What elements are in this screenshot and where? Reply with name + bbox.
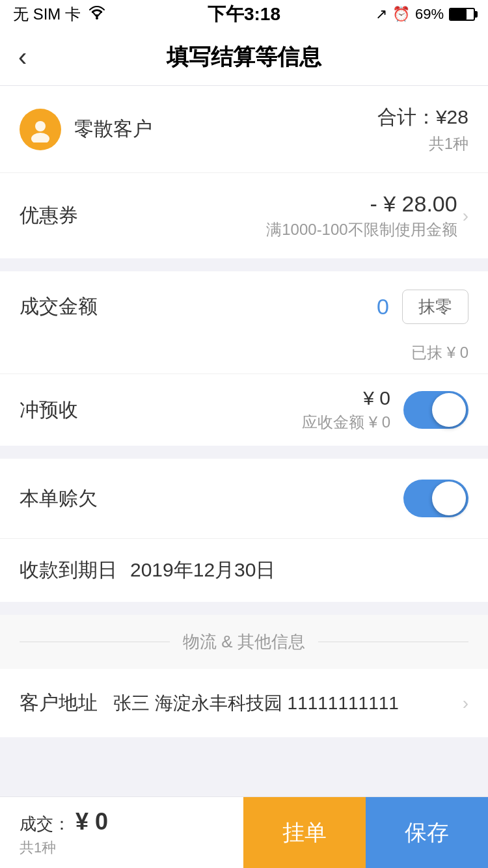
logistics-header: 物流 & 其他信息 (0, 615, 488, 669)
debit-section: 本单赊欠 收款到期日 2019年12月30日 (0, 459, 488, 602)
deal-section: 成交金额 0 抹零 已抹 ¥ 0 冲预收 ¥ 0 应收金额 ¥ 0 (0, 271, 488, 446)
back-button[interactable]: ‹ (18, 42, 27, 72)
coupon-label: 优惠券 (20, 202, 78, 229)
customer-section: 零散客户 合计：¥28 共1种 优惠券 - ¥ 28.00 满1000-100不… (0, 86, 488, 258)
due-date-value: 2019年12月30日 (130, 557, 275, 584)
coupon-row[interactable]: 优惠券 - ¥ 28.00 满1000-100不限制使用金额 › (0, 172, 488, 258)
coupon-right: - ¥ 28.00 满1000-100不限制使用金额 › (266, 191, 468, 240)
debit-label: 本单赊欠 (20, 485, 98, 512)
save-button[interactable]: 保存 (366, 797, 488, 868)
customer-name: 零散客户 (74, 116, 152, 142)
bottom-deal-amount: ¥ 0 (75, 808, 108, 835)
logistics-section: 物流 & 其他信息 客户地址 张三 海淀永丰科技园 11111111111 › (0, 615, 488, 737)
flush-main-amount: ¥ 0 (302, 387, 390, 409)
flush-label: 冲预收 (20, 397, 78, 424)
due-date-label: 收款到期日 (20, 557, 117, 584)
bottom-deal-label: 成交： (20, 813, 70, 835)
logistics-divider-left (20, 642, 170, 642)
logistics-divider-right (318, 642, 468, 642)
alarm-icon: ⏰ (392, 6, 410, 23)
hold-button[interactable]: 挂单 (243, 797, 366, 868)
deal-sub-text: 已抹 ¥ 0 (0, 342, 488, 373)
location-icon: ↗ (375, 6, 387, 23)
status-time: 下午3:18 (208, 2, 280, 27)
deal-right: 0 抹零 (377, 290, 468, 324)
svg-point-0 (96, 17, 98, 20)
bottom-bar: 成交： ¥ 0 共1种 挂单 保存 (0, 796, 488, 868)
customer-row: 零散客户 合计：¥28 共1种 (0, 86, 488, 172)
battery-text: 69% (415, 6, 444, 23)
total-count: 共1种 (377, 133, 468, 154)
status-bar: 无 SIM 卡 下午3:18 ↗ ⏰ 69% (0, 0, 488, 29)
customer-avatar (20, 109, 61, 150)
total-price: 合计：¥28 (377, 104, 468, 131)
address-row[interactable]: 客户地址 张三 海淀永丰科技园 11111111111 › (0, 669, 488, 737)
deal-label: 成交金额 (20, 293, 98, 320)
flush-row: 冲预收 ¥ 0 应收金额 ¥ 0 (0, 373, 488, 446)
round-button[interactable]: 抹零 (402, 290, 468, 324)
debit-row: 本单赊欠 (0, 459, 488, 538)
debit-toggle-knob (432, 481, 466, 515)
svg-point-1 (35, 121, 46, 131)
customer-left: 零散客户 (20, 109, 152, 150)
nav-title: 填写结算等信息 (167, 42, 321, 72)
deal-amount: 0 (377, 294, 389, 319)
nav-bar: ‹ 填写结算等信息 (0, 29, 488, 86)
battery-icon (449, 8, 475, 21)
address-value: 张三 海淀永丰科技园 11111111111 (113, 691, 463, 716)
flush-sub-amount: 应收金额 ¥ 0 (302, 412, 390, 433)
coupon-desc: 满1000-100不限制使用金额 (266, 219, 457, 240)
status-left: 无 SIM 卡 (13, 4, 107, 25)
address-label: 客户地址 (20, 690, 98, 716)
address-chevron-icon: › (463, 693, 468, 714)
flush-toggle[interactable] (403, 391, 468, 429)
coupon-amount: - ¥ 28.00 (266, 191, 457, 217)
flush-amounts: ¥ 0 应收金额 ¥ 0 (302, 387, 390, 433)
logistics-title: 物流 & 其他信息 (170, 631, 318, 653)
debit-toggle[interactable] (403, 480, 468, 517)
bottom-count: 共1种 (20, 838, 224, 858)
toggle-knob (432, 393, 466, 427)
status-right: ↗ ⏰ 69% (375, 6, 475, 23)
deal-row: 成交金额 0 抹零 (0, 271, 488, 342)
coupon-chevron-icon: › (463, 206, 468, 226)
wifi-icon (87, 5, 107, 23)
carrier-text: 无 SIM 卡 (13, 4, 81, 25)
due-date-row: 收款到期日 2019年12月30日 (0, 538, 488, 602)
svg-point-2 (31, 133, 49, 142)
flush-right: ¥ 0 应收金额 ¥ 0 (302, 387, 468, 433)
bottom-info: 成交： ¥ 0 共1种 (0, 808, 243, 858)
customer-summary: 合计：¥28 共1种 (377, 104, 468, 154)
bottom-actions: 挂单 保存 (243, 797, 488, 868)
